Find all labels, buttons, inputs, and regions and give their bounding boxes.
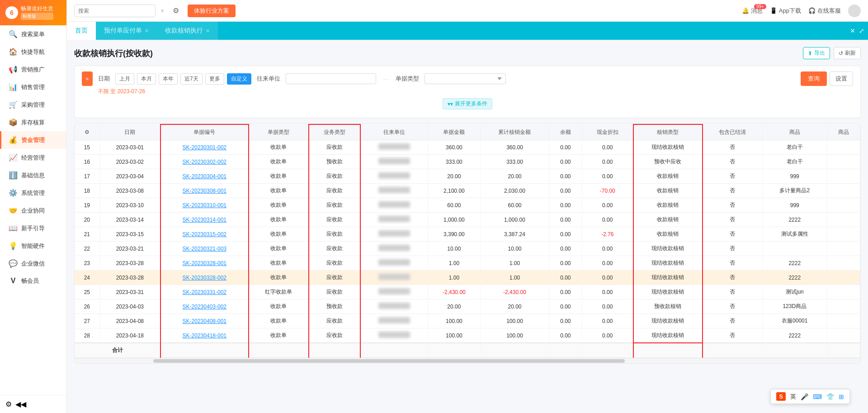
bill-no-link[interactable]: SK-20230310-001: [183, 202, 226, 209]
ime-shirt-icon[interactable]: 👕: [826, 393, 834, 400]
topbar-gear-icon[interactable]: ⚙: [170, 5, 182, 17]
app-download-label: App下载: [779, 7, 801, 15]
col-cumulative[interactable]: 累计核销金额: [481, 124, 549, 140]
cell-goods2: [827, 285, 860, 299]
app-download-button[interactable]: 📱 App下载: [770, 7, 801, 15]
col-counterpart[interactable]: 往来单位: [360, 124, 428, 140]
bill-no-link[interactable]: SK-20230328-002: [183, 275, 226, 281]
col-cash-discount[interactable]: 现金折扣: [582, 124, 633, 140]
ime-grid-icon[interactable]: ⊞: [839, 393, 844, 400]
last-month-btn[interactable]: 上月: [115, 73, 134, 85]
sidebar-item-inventory[interactable]: 📦 库存核算: [0, 114, 66, 131]
cell-bill-no: SK-20230403-002: [160, 299, 248, 314]
settings-bottom-icon[interactable]: ⚙: [5, 400, 12, 408]
this-year-btn[interactable]: 本年: [159, 73, 178, 85]
bill-no-link[interactable]: SK-20230418-001: [183, 332, 226, 339]
topbar-search-input[interactable]: [74, 5, 156, 17]
query-button[interactable]: 查询: [801, 71, 827, 86]
cell-include-cleared: 否: [703, 328, 763, 343]
custom-date-btn[interactable]: 自定义: [227, 73, 251, 85]
sidebar-item-basics[interactable]: ℹ️ 基础信息: [0, 166, 66, 184]
tab-prepayment[interactable]: 预付单应付单 ✕: [96, 22, 157, 40]
cell-counterpart: [360, 285, 428, 299]
expand-conditions-button[interactable]: ▾▾ 展开更多条件: [443, 98, 492, 109]
cell-goods2: [827, 140, 860, 155]
bill-no-link[interactable]: SK-20230403-002: [183, 304, 226, 310]
tab-home[interactable]: 首页: [67, 22, 96, 40]
close-tab-verify-icon[interactable]: ✕: [206, 28, 210, 34]
user-avatar[interactable]: [848, 5, 861, 17]
last-7-days-btn[interactable]: 近7天: [180, 73, 203, 85]
sidebar-item-finance[interactable]: 💰 资金管理: [0, 131, 66, 149]
sidebar-item-hardware[interactable]: 💡 智能硬件: [0, 237, 66, 255]
cell-counterpart: [360, 198, 428, 213]
sidebar-item-guide[interactable]: 📖 新手引导: [0, 219, 66, 237]
ime-keyboard-icon[interactable]: ⌨: [813, 393, 822, 400]
sidebar-item-search[interactable]: 🔍 搜索菜单: [0, 25, 66, 43]
more-date-btn[interactable]: 更多: [205, 73, 224, 85]
bill-no-link[interactable]: SK-20230314-001: [183, 217, 226, 223]
col-settings[interactable]: ⚙: [75, 124, 99, 140]
table-row: 24 2023-03-28 SK-20230328-002 收款单 应收款 1.…: [75, 271, 860, 285]
collapse-icon[interactable]: ◀◀: [15, 400, 26, 408]
export-button[interactable]: ⬆ 导出: [803, 47, 830, 59]
maximize-icon[interactable]: ⤢: [859, 27, 864, 34]
sidebar-item-system[interactable]: ⚙️ 系统管理: [0, 184, 66, 202]
bill-no-link[interactable]: SK-20230321-003: [183, 246, 226, 252]
scrollbar-thumb[interactable]: [153, 359, 625, 363]
cell-bill-no: SK-20230331-002: [160, 285, 248, 299]
counterpart-input[interactable]: [286, 73, 376, 84]
col-goods2[interactable]: 商品: [827, 124, 860, 140]
cell-cash-discount: 0.00: [582, 299, 633, 314]
col-bill-no[interactable]: 单据编号: [160, 124, 248, 140]
sidebar-item-operations[interactable]: 📈 经营管理: [0, 149, 66, 166]
ime-bar: S 英 🎤 ⌨ 👕 ⊞: [770, 389, 850, 404]
messages-button[interactable]: 🔔 消息 99+: [742, 7, 763, 15]
dropdown-arrow-icon[interactable]: ▾: [161, 7, 164, 14]
ime-mic-icon[interactable]: 🎤: [801, 393, 808, 400]
solution-button[interactable]: 体验行业方案: [188, 5, 236, 17]
refresh-button[interactable]: ↺ 刷新: [834, 47, 861, 59]
col-date[interactable]: 日期: [99, 124, 160, 140]
cell-goods: 2222: [762, 213, 827, 227]
bill-no-link[interactable]: SK-20230331-002: [183, 289, 226, 295]
bill-no-link[interactable]: SK-20230328-001: [183, 260, 226, 266]
col-verify-type[interactable]: 核销类型: [633, 124, 703, 140]
sidebar-item-nav[interactable]: 🏠 快捷导航: [0, 43, 66, 61]
cell-include-cleared: 否: [703, 299, 763, 314]
handshake-icon: 🤝: [9, 206, 18, 215]
sidebar-item-purchase[interactable]: 🛒 采购管理: [0, 96, 66, 114]
cell-bill-amount: 333.00: [428, 155, 481, 169]
close-all-tabs-icon[interactable]: ✕: [850, 27, 855, 34]
bill-no-link[interactable]: SK-20230302-002: [183, 159, 226, 165]
col-goods[interactable]: 商品: [762, 124, 827, 140]
col-bill-amount[interactable]: 单据金额: [428, 124, 481, 140]
sidebar-item-sales[interactable]: 📊 销售管理: [0, 78, 66, 96]
row-num: 23: [75, 256, 99, 271]
cell-cumulative: 1.00: [481, 271, 549, 285]
sidebar-item-collaboration[interactable]: 🤝 企业协同: [0, 202, 66, 219]
settings-button[interactable]: 设置: [830, 71, 853, 86]
cell-balance: 0.00: [549, 242, 582, 256]
col-biz-type[interactable]: 业务类型: [309, 124, 360, 140]
tab-verify[interactable]: 收款核销执行 ✕: [157, 22, 218, 40]
sidebar-item-marketing[interactable]: 📢 营销推广: [0, 61, 66, 78]
footer-include-cleared: [703, 343, 763, 358]
bill-no-link[interactable]: SK-20230308-001: [183, 188, 226, 194]
sidebar-item-wechat[interactable]: 💬 企业微信: [0, 255, 66, 272]
close-tab-prepayment-icon[interactable]: ✕: [145, 28, 149, 34]
bill-type-select[interactable]: [425, 73, 506, 84]
filter-collapse-button[interactable]: «: [82, 71, 93, 86]
bill-no-link[interactable]: SK-20230408-001: [183, 318, 226, 324]
horizontal-scrollbar[interactable]: [75, 358, 860, 363]
col-bill-type[interactable]: 单据类型: [249, 124, 309, 140]
bill-no-link[interactable]: SK-20230304-001: [183, 173, 226, 180]
bill-no-link[interactable]: SK-20230315-002: [183, 231, 226, 237]
bill-no-link[interactable]: SK-20230301-002: [183, 144, 226, 151]
col-include-cleared[interactable]: 包含已结清: [703, 124, 763, 140]
online-service-button[interactable]: 🎧 在线客服: [808, 7, 841, 15]
sidebar-item-member[interactable]: V 畅会员: [0, 272, 66, 290]
cell-include-cleared: 否: [703, 140, 763, 155]
col-balance[interactable]: 余额: [549, 124, 582, 140]
this-month-btn[interactable]: 本月: [137, 73, 156, 85]
